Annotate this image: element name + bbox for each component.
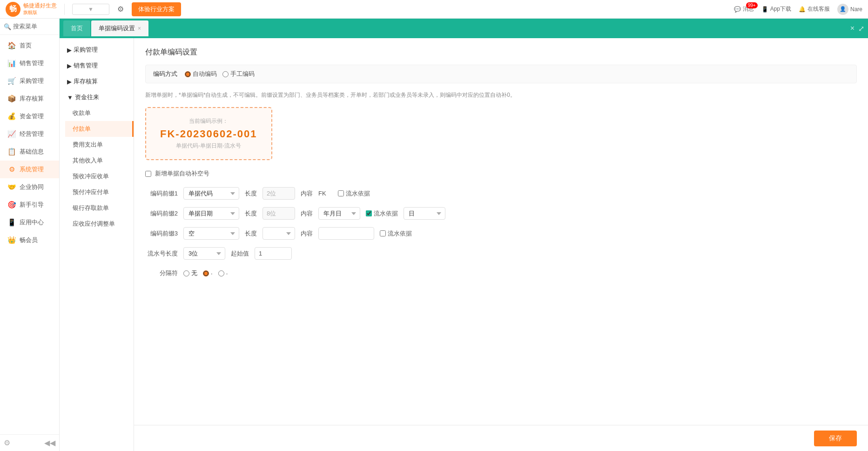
sub-sidebar-pre-payment[interactable]: 预付冲应付单 (65, 184, 134, 200)
sidebar-collapse-btn[interactable]: ◀◀ (44, 438, 55, 447)
sub-sidebar-pre-receipt[interactable]: 预收冲应收单 (65, 168, 134, 184)
serial-length-select[interactable]: 3位 (183, 247, 225, 260)
sidebar-label-member: 畅会员 (20, 236, 38, 244)
prefix2-label: 编码前缀2 (145, 209, 178, 218)
message-badge: 99+ (746, 2, 758, 8)
sep-none-radio[interactable]: 无 (183, 269, 197, 277)
service-btn[interactable]: 🔔 在线客服 (799, 5, 830, 13)
code-preview: 当前编码示例： FK-20230602-001 单据代码-单据日期-流水号 (145, 107, 272, 160)
app-download-btn[interactable]: 📱 App下载 (761, 5, 791, 13)
tab-maximize-btn[interactable]: ⤢ (858, 24, 864, 33)
tab-encode-label: 单据编码设置 (99, 24, 135, 33)
sidebar-item-basic[interactable]: 📋 基础信息 (0, 143, 59, 161)
sidebar-label-cooperation: 企业协同 (20, 183, 44, 191)
sidebar-item-finance[interactable]: 💰 资金管理 (0, 108, 59, 125)
sidebar-item-inventory[interactable]: 📦 库存核算 (0, 90, 59, 108)
sub-sidebar-inventory[interactable]: ▶ 库存核算 (60, 74, 134, 89)
save-button[interactable]: 保存 (814, 431, 857, 446)
prefix1-label: 编码前缀1 (145, 189, 178, 198)
prefix1-select[interactable]: 单据代码 (183, 187, 239, 200)
length3-select[interactable] (262, 227, 295, 240)
sub-sidebar-purchase[interactable]: ▶ 采购管理 (60, 42, 134, 58)
content3-label: 内容 (301, 229, 313, 238)
sidebar-item-app[interactable]: 📱 应用中心 (0, 214, 59, 231)
sub-sidebar-other-income[interactable]: 其他收入单 (65, 153, 134, 168)
content2-select[interactable]: 年月日 (318, 207, 360, 220)
home-icon: 🏠 (7, 41, 16, 50)
sub-sidebar-sales[interactable]: ▶ 销售管理 (60, 58, 134, 74)
tab-encode-settings[interactable]: 单据编码设置 × (91, 20, 148, 36)
content3-input[interactable] (318, 227, 374, 240)
sidebar-label-operations: 经营管理 (20, 130, 44, 138)
prefix3-select[interactable]: 空 (183, 227, 239, 240)
sidebar-item-guide[interactable]: 🎯 新手引导 (0, 196, 59, 214)
serial1-checkbox[interactable]: 流水依据 (338, 189, 370, 198)
sales-icon: 📊 (7, 59, 16, 67)
purchase-icon: 🛒 (7, 77, 16, 85)
prefix-row-3: 编码前缀3 空 长度 内容 流水 (145, 227, 857, 240)
sep-dash-radio[interactable]: · (218, 270, 228, 277)
settings-btn[interactable]: ⚙ (114, 3, 127, 16)
serial-row: 流水号长度 3位 起始值 (145, 247, 857, 260)
inventory-icon: 📦 (7, 94, 16, 103)
sidebar-settings-btn[interactable]: ⚙ (4, 438, 10, 447)
sidebar-label-system: 系统管理 (20, 165, 44, 174)
sidebar-item-home[interactable]: 🏠 首页 (0, 37, 59, 54)
top-bar: 畅 畅捷通好生意 旗舰版 ▼ ⚙ 体验行业方案 💬 消息 99+ 📱 App下载 (0, 0, 868, 19)
content-area: ▶ 采购管理 ▶ 销售管理 ▶ 库存核算 ▼ 资金往来 (60, 38, 868, 451)
message-btn[interactable]: 💬 消息 99+ (734, 5, 754, 13)
inventory-arrow: ▶ (67, 78, 72, 85)
sep-dot-radio[interactable]: · (203, 270, 213, 277)
sidebar-item-member[interactable]: 👑 畅会员 (0, 231, 59, 249)
prefix2-select[interactable]: 单据日期 (183, 207, 239, 220)
auto-encode-radio[interactable]: 自动编码 (185, 70, 217, 78)
sidebar-item-operations[interactable]: 📈 经营管理 (0, 125, 59, 143)
preview-label: 当前编码示例： (160, 117, 257, 125)
auto-fill-row: 新增单据自动补空号 (145, 169, 857, 178)
experience-btn[interactable]: 体验行业方案 (132, 2, 181, 16)
start-val-label: 起始值 (231, 249, 249, 258)
auto-fill-checkbox[interactable] (145, 171, 151, 177)
sidebar-item-cooperation[interactable]: 🤝 企业协同 (0, 178, 59, 196)
content2-label: 内容 (301, 209, 313, 218)
sidebar-item-sales[interactable]: 📊 销售管理 (0, 54, 59, 72)
sidebar-label-guide: 新手引导 (20, 201, 44, 209)
system-icon: ⚙ (7, 165, 16, 174)
sub-sidebar-receipt[interactable]: 收款单 (65, 105, 134, 121)
finance-icon: 💰 (7, 112, 16, 121)
serial3-checkbox[interactable]: 流水依据 (380, 229, 412, 238)
auto-fill-label: 新增单据自动补空号 (155, 169, 209, 178)
logo-text-area: 畅捷通好生意 旗舰版 (23, 2, 57, 15)
tab-home[interactable]: 首页 (63, 20, 90, 36)
org-dropdown[interactable]: ▼ (72, 4, 109, 15)
sidebar-label-inventory: 库存核算 (20, 94, 44, 103)
sub-sidebar-adjustment[interactable]: 应收应付调整单 (65, 216, 134, 232)
sub-sidebar: ▶ 采购管理 ▶ 销售管理 ▶ 库存核算 ▼ 资金往来 (60, 38, 134, 451)
length1-label: 长度 (245, 189, 257, 198)
sub-sidebar-bank[interactable]: 银行存取款单 (65, 200, 134, 216)
sub-sidebar-funds[interactable]: ▼ 资金往来 (60, 89, 134, 105)
preview-code: FK-20230602-001 (160, 128, 257, 140)
length2-input (262, 207, 295, 220)
cycle2-select[interactable]: 日 (404, 207, 445, 220)
tab-actions: × ⤢ (850, 24, 864, 33)
start-val-input[interactable] (255, 247, 292, 260)
logo-sub: 旗舰版 (23, 9, 57, 16)
tab-home-label: 首页 (71, 24, 83, 33)
manual-encode-radio[interactable]: 手工编码 (222, 70, 255, 78)
serial2-checkbox[interactable]: 流水依据 (366, 209, 398, 218)
sidebar-item-system[interactable]: ⚙ 系统管理 (0, 161, 59, 178)
user-info[interactable]: 👤 Nare (837, 4, 862, 15)
sidebar-item-purchase[interactable]: 🛒 采购管理 (0, 72, 59, 90)
sidebar-bottom: ⚙ ◀◀ (0, 434, 59, 451)
logo-text: 畅捷通好生意 (23, 2, 57, 9)
sub-sidebar-expense[interactable]: 费用支出单 (65, 137, 134, 153)
sidebar: 🔍 搜索菜单 🏠 首页 📊 销售管理 🛒 采购管理 📦 库存 (0, 19, 60, 451)
tab-close-icon[interactable]: × (138, 25, 141, 32)
sub-sidebar-payment[interactable]: 付款单 (65, 121, 134, 137)
sidebar-search[interactable]: 🔍 搜索菜单 (0, 19, 59, 35)
tab-close-btn[interactable]: × (850, 24, 855, 33)
message-icon: 💬 (734, 6, 741, 13)
member-icon: 👑 (7, 236, 16, 244)
service-icon: 🔔 (799, 6, 806, 13)
